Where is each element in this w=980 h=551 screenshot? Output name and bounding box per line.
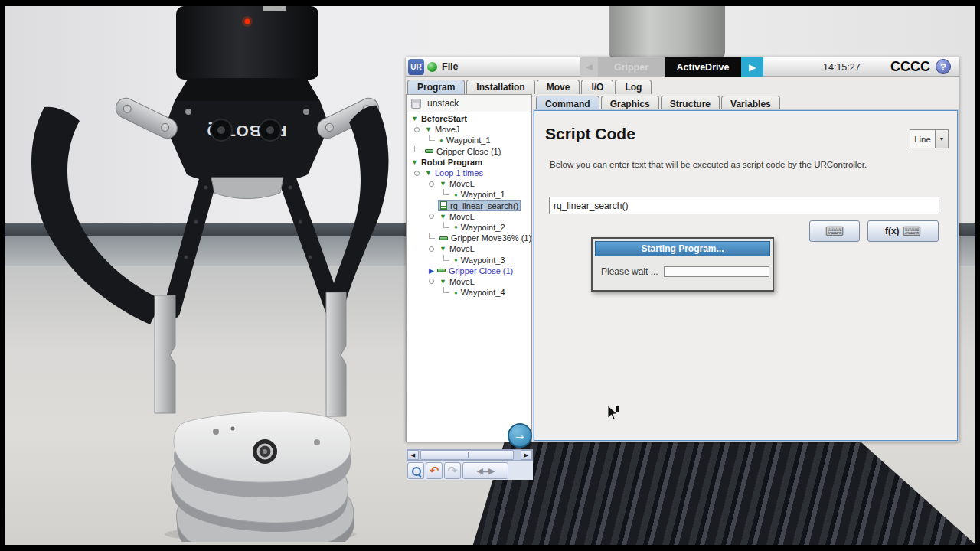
- file-menu[interactable]: File: [442, 61, 459, 72]
- tab-log[interactable]: Log: [615, 80, 652, 94]
- tree-item[interactable]: Gripper Close (1): [407, 146, 531, 157]
- tree-item[interactable]: ●Waypoint_2: [407, 222, 531, 233]
- file-status-icon: [427, 62, 437, 72]
- tree-item-label: Gripper Move36% (1): [451, 233, 531, 243]
- polyscope-window: UR File ◀ Gripper ActiveDrive ▶ 14:15:27…: [406, 57, 959, 442]
- tree-item-label: MoveJ: [435, 125, 459, 134]
- script-code-input[interactable]: rq_linear_search(): [549, 197, 939, 214]
- tree-item[interactable]: ▼BeforeStart: [407, 113, 531, 124]
- tree-connector: [429, 135, 435, 141]
- tab-io[interactable]: I/O: [581, 80, 613, 94]
- tree-item-label: MoveL: [449, 212, 475, 221]
- tree-connector: [443, 189, 449, 195]
- tree-expand-handle[interactable]: [429, 214, 434, 219]
- save-icon: [411, 99, 421, 109]
- search-icon: [412, 467, 420, 475]
- back-arrow-icon[interactable]: ◀: [580, 57, 598, 77]
- script-icon: [440, 201, 447, 210]
- tree-expand-handle[interactable]: [414, 127, 420, 132]
- forward-arrow-icon[interactable]: ▶: [741, 57, 763, 77]
- help-icon[interactable]: ?: [936, 59, 951, 74]
- keyboard-icon: ⌨: [903, 223, 922, 240]
- ur-logo-icon[interactable]: UR: [408, 59, 424, 75]
- tree-item[interactable]: ▼MoveL: [407, 178, 531, 189]
- program-name: unstack: [427, 98, 459, 109]
- execution-pointer-icon: ▶: [429, 267, 434, 275]
- undo-button[interactable]: ↶: [426, 462, 443, 479]
- tree-item[interactable]: ▼MoveL: [407, 243, 531, 254]
- tree-expand-handle[interactable]: [429, 279, 434, 284]
- next-step-button[interactable]: →: [508, 423, 532, 448]
- tree-item[interactable]: ▼MoveJ: [407, 124, 531, 135]
- node-icon: ▼: [439, 245, 446, 253]
- tree-item-label: Waypoint_3: [461, 256, 505, 265]
- expression-keyboard-button[interactable]: f(x) ⌨: [867, 220, 939, 242]
- screen: ROBOTIQ: [0, 0, 980, 551]
- tree-item[interactable]: ▼Loop 1 times: [407, 168, 531, 178]
- tree-expand-handle[interactable]: [429, 246, 434, 252]
- tree-item[interactable]: ●Waypoint_1: [407, 135, 531, 145]
- keyboard-button[interactable]: ⌨: [809, 220, 860, 242]
- tree-item[interactable]: Gripper Move36% (1): [407, 233, 531, 243]
- tab-graphics[interactable]: Graphics: [601, 96, 659, 111]
- tree-item[interactable]: ▼Robot Program: [407, 157, 531, 168]
- program-tree-panel: unstack ▼BeforeStart▼MoveJ●Waypoint_1Gri…: [406, 94, 532, 442]
- line-selector-value[interactable]: Line: [910, 129, 936, 148]
- tree-item[interactable]: ●Waypoint_4: [407, 287, 531, 298]
- scroll-right-icon[interactable]: ▶: [521, 450, 532, 460]
- scroll-left-icon[interactable]: ◀: [407, 450, 419, 460]
- waypoint-icon: ●: [439, 137, 443, 144]
- chevron-down-icon[interactable]: ▼: [936, 129, 949, 148]
- drive-toolbar: ◀ Gripper ActiveDrive ▶: [580, 57, 763, 77]
- node-icon: ▼: [439, 180, 446, 187]
- script-description: Below you can enter text that will be ex…: [550, 160, 867, 169]
- tree-toolbar: ↶ ↷ ◀---▶: [407, 461, 533, 480]
- line-selector[interactable]: Line ▼: [910, 129, 949, 148]
- tree-connector: [443, 287, 449, 293]
- tree-item[interactable]: ▶Gripper Close (1): [407, 266, 531, 276]
- tree-item[interactable]: ●Waypoint_3: [407, 254, 531, 265]
- tree-connector: [414, 146, 420, 152]
- redo-button[interactable]: ↷: [444, 462, 461, 479]
- step-button[interactable]: ◀---▶: [462, 462, 508, 479]
- tab-move[interactable]: Move: [537, 80, 580, 94]
- tree-expand-handle[interactable]: [414, 171, 420, 176]
- activedrive-button[interactable]: ActiveDrive: [665, 57, 741, 77]
- step-icon: ◀---▶: [477, 466, 495, 476]
- waypoint-icon: ●: [454, 223, 458, 230]
- node-icon: ▼: [411, 158, 418, 166]
- tree-item-label: MoveL: [449, 277, 475, 286]
- tree-connector: [443, 255, 449, 261]
- gripper-button[interactable]: Gripper: [598, 57, 665, 77]
- tree-item-label: BeforeStart: [421, 114, 467, 123]
- main-tabs: Program Installation Move I/O Log: [407, 80, 652, 94]
- tab-installation[interactable]: Installation: [466, 80, 534, 94]
- scrollbar-thumb[interactable]: [420, 450, 514, 460]
- clock: 14:15:27: [823, 62, 861, 73]
- node-icon: ▼: [411, 115, 418, 122]
- tree-item[interactable]: ●Waypoint_1: [407, 189, 531, 200]
- tree-item[interactable]: ▼MoveL: [407, 276, 531, 287]
- search-button[interactable]: [407, 462, 424, 479]
- top-bar: UR File ◀ Gripper ActiveDrive ▶ 14:15:27…: [406, 57, 959, 77]
- gripper-icon: [437, 269, 446, 272]
- mouse-cursor: [607, 405, 621, 423]
- node-icon: ▼: [439, 278, 446, 285]
- tab-program[interactable]: Program: [407, 80, 465, 94]
- keyboard-icon: ⌨: [825, 223, 844, 240]
- tree-expand-handle[interactable]: [429, 181, 434, 187]
- gripper-icon: [425, 149, 433, 153]
- node-icon: ▼: [425, 126, 432, 133]
- tab-variables[interactable]: Variables: [721, 96, 780, 111]
- tree-item[interactable]: rq_linear_search(): [407, 201, 531, 211]
- node-icon: ▼: [425, 169, 432, 177]
- tree-item[interactable]: ▼MoveL: [407, 211, 531, 222]
- tab-command[interactable]: Command: [536, 96, 599, 111]
- command-subtabs: Command Graphics Structure Variables: [536, 96, 780, 111]
- page-title: Script Code: [545, 125, 635, 143]
- tree-item-label: Waypoint_2: [461, 223, 505, 232]
- tree-horizontal-scrollbar[interactable]: ◀ ▶: [407, 449, 533, 461]
- tab-structure[interactable]: Structure: [661, 96, 720, 111]
- tree-connector: [429, 233, 435, 239]
- dialog-title: Starting Program...: [595, 241, 770, 256]
